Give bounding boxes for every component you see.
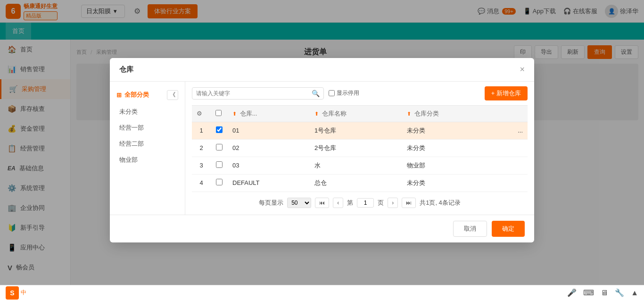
category-panel: ⊞ 全部分类 《 未分类 经营一部 经营二部 物业部 (110, 82, 185, 215)
row-num: 4 (192, 174, 211, 192)
row-actions (495, 139, 528, 157)
th-name: ⬆ 仓库名称 (310, 105, 402, 122)
th-code: ⬆ 仓库... (228, 105, 310, 122)
sort-icon-code: ⬆ (232, 111, 237, 117)
th-actions (495, 105, 528, 122)
all-categories-label: 全部分类 (124, 91, 149, 99)
monitor-icon[interactable]: 🖥 (601, 289, 608, 297)
keyboard-icon[interactable]: ⌨ (583, 288, 594, 297)
th-check (211, 105, 228, 122)
row-code: 02 (228, 139, 310, 157)
all-categories-header[interactable]: ⊞ 全部分类 《 (110, 86, 185, 104)
warehouse-table: ⚙ ⬆ 仓库... ⬆ (192, 105, 528, 192)
th-gear: ⚙ (192, 105, 211, 122)
row-category: 未分类 (402, 139, 495, 157)
bottom-bar: S 中 🎤 ⌨ 🖥 🔧 ▲ (0, 285, 644, 300)
bottom-brand-text: 中 (21, 289, 26, 297)
row-actions: ... (495, 122, 528, 139)
modal-close-button[interactable]: × (520, 65, 525, 75)
add-warehouse-button[interactable]: + 新增仓库 (485, 86, 528, 100)
row-actions (495, 157, 528, 174)
row-checkbox-cell (211, 174, 228, 192)
row-checkbox-cell (211, 139, 228, 157)
bottom-brand: S 中 (6, 286, 26, 300)
row-name: 2号仓库 (310, 139, 402, 157)
select-all-checkbox[interactable] (215, 110, 222, 116)
row-checkbox[interactable] (216, 179, 223, 185)
pagination-bar: 每页显示 50 20 100 ⏮ ‹ 第 页 › ⏭ 共1页, 4条记录 (192, 192, 528, 210)
warehouse-modal: 仓库 × ⊞ 全部分类 《 未分类 经营一部 经营二部 (110, 58, 534, 242)
category-item-property[interactable]: 物业部 (110, 152, 185, 168)
total-info: 共1页, 4条记录 (420, 199, 461, 207)
modal-body: ⊞ 全部分类 《 未分类 经营一部 经营二部 物业部 (110, 82, 534, 215)
category-item-operation1[interactable]: 经营一部 (110, 120, 185, 136)
row-category: 未分类 (402, 122, 495, 139)
gear-icon: ⚙ (197, 110, 202, 117)
row-num: 1 (192, 122, 211, 139)
row-checkbox-cell (211, 122, 228, 139)
table-toolbar: 🔍 显示停用 + 新增仓库 (192, 86, 528, 100)
row-name: 1号仓库 (310, 122, 402, 139)
th-category: ⬆ 仓库分类 (402, 105, 495, 122)
cancel-button[interactable]: 取消 (453, 221, 487, 237)
row-code: 03 (228, 157, 310, 174)
bottom-icons: 🎤 ⌨ 🖥 🔧 ▲ (567, 288, 638, 297)
row-checkbox[interactable] (216, 161, 223, 168)
table-row[interactable]: 1 01 1号仓库 未分类 ... (192, 122, 528, 139)
table-body: 1 01 1号仓库 未分类 ... 2 02 2号仓库 未分类 3 03 水 物… (192, 122, 528, 192)
row-checkbox[interactable] (216, 126, 223, 133)
row-actions (495, 174, 528, 192)
table-container: ⚙ ⬆ 仓库... ⬆ (192, 105, 528, 192)
table-panel: 🔍 显示停用 + 新增仓库 ⚙ (185, 82, 534, 215)
grid-icon: ⊞ (116, 92, 122, 99)
up-arrow-icon[interactable]: ▲ (631, 289, 638, 297)
page-number-input[interactable] (357, 198, 374, 208)
per-page-select[interactable]: 50 20 100 (287, 198, 311, 208)
row-code: 01 (228, 122, 310, 139)
prev-page-button[interactable]: ‹ (333, 198, 343, 208)
mic-icon[interactable]: 🎤 (567, 288, 577, 297)
modal-footer: 取消 确定 (110, 215, 534, 242)
show-disabled-label[interactable]: 显示停用 (329, 89, 359, 97)
search-icon[interactable]: 🔍 (312, 90, 320, 97)
sort-icon-name: ⬆ (314, 111, 319, 117)
category-item-unclassified[interactable]: 未分类 (110, 104, 185, 120)
table-row[interactable]: 3 03 水 物业部 (192, 157, 528, 174)
confirm-button[interactable]: 确定 (492, 221, 525, 237)
first-page-button[interactable]: ⏮ (315, 198, 329, 208)
sort-icon-category: ⬆ (407, 111, 411, 117)
modal-header: 仓库 × (110, 58, 534, 82)
table-row[interactable]: 4 DEFAULT 总仓 未分类 (192, 174, 528, 192)
row-checkbox[interactable] (216, 144, 223, 150)
collapse-button[interactable]: 《 (167, 90, 178, 100)
search-input[interactable] (196, 90, 312, 97)
row-category: 物业部 (402, 157, 495, 174)
page-label: 第 (347, 199, 353, 207)
search-box: 🔍 (192, 87, 324, 100)
wrench-icon[interactable]: 🔧 (615, 288, 624, 297)
row-name: 总仓 (310, 174, 402, 192)
per-page-label: 每页显示 (259, 199, 283, 207)
table-header-row: ⚙ ⬆ 仓库... ⬆ (192, 105, 528, 122)
modal-title: 仓库 (119, 65, 133, 74)
row-checkbox-cell (211, 157, 228, 174)
row-num: 3 (192, 157, 211, 174)
s-logo: S (6, 286, 19, 300)
page-label-2: 页 (378, 199, 384, 207)
next-page-button[interactable]: › (388, 198, 398, 208)
show-disabled-checkbox[interactable] (329, 90, 335, 96)
row-num: 2 (192, 139, 211, 157)
row-name: 水 (310, 157, 402, 174)
row-category: 未分类 (402, 174, 495, 192)
row-code: DEFAULT (228, 174, 310, 192)
last-page-button[interactable]: ⏭ (402, 198, 416, 208)
modal-overlay: 仓库 × ⊞ 全部分类 《 未分类 经营一部 经营二部 (0, 0, 644, 300)
table-row[interactable]: 2 02 2号仓库 未分类 (192, 139, 528, 157)
category-item-operation2[interactable]: 经营二部 (110, 136, 185, 152)
